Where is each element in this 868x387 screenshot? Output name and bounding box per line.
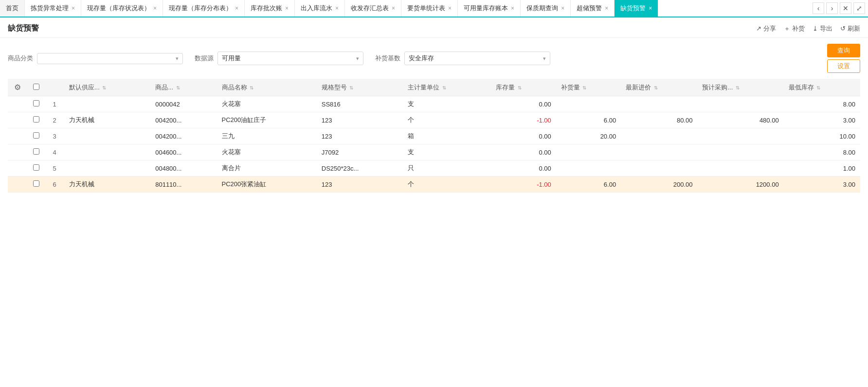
tab-collect-summary[interactable]: 收发存汇总表 × — [345, 0, 401, 17]
refresh-icon: ↺ — [840, 25, 846, 32]
close-icon[interactable]: × — [561, 5, 564, 12]
tab-shortage-warning[interactable]: 缺货预警 × — [615, 0, 658, 17]
row-unit: 只 — [403, 160, 491, 176]
close-icon[interactable]: × — [235, 5, 238, 12]
replenish-base-select[interactable]: 安全库存 ▾ — [404, 52, 550, 65]
column-settings-icon[interactable]: ⚙ — [14, 83, 21, 91]
close-icon[interactable]: × — [285, 5, 289, 12]
tab-scroll-right-btn[interactable]: › — [826, 2, 838, 14]
replenish-base-label: 补货基数 — [375, 54, 400, 63]
tab-overstock-warning[interactable]: 超储预警 × — [571, 0, 615, 17]
tab-label: 缺货预警 — [620, 4, 646, 13]
export-button[interactable]: ⤓ 导出 — [813, 24, 832, 33]
row-gear — [8, 96, 27, 112]
query-button[interactable]: 查询 — [827, 44, 860, 57]
datasource-select[interactable]: 可用量 ▾ — [217, 52, 363, 65]
row-min-stock: 3.00 — [784, 176, 860, 193]
category-filter-group: 商品分类 ▾ — [8, 53, 183, 64]
tab-scroll-left-btn[interactable]: ‹ — [813, 2, 824, 14]
row-checkbox[interactable] — [33, 164, 39, 171]
tab-available-ledger[interactable]: 可用量库存账本 × — [458, 0, 521, 17]
tab-expiry-query[interactable]: 保质期查询 × — [521, 0, 571, 17]
close-icon[interactable]: × — [392, 5, 395, 12]
spec-column-header[interactable]: 规格型号 ⇅ — [317, 79, 403, 96]
share-button[interactable]: ↗ 分享 — [756, 24, 776, 33]
row-estimated-purchase — [697, 160, 783, 176]
close-icon[interactable]: × — [448, 5, 452, 12]
row-checkbox[interactable] — [33, 132, 39, 139]
table-row: 4 004600... 火花塞 J7092 支 0.00 8.00 — [8, 144, 860, 160]
row-latest-price — [621, 144, 697, 160]
tab-close-all-btn[interactable]: ✕ — [840, 2, 851, 14]
refresh-button[interactable]: ↺ 刷新 — [840, 24, 860, 33]
product-name-column-header[interactable]: 商品名称 ⇅ — [217, 79, 317, 96]
sort-icon: ⇅ — [250, 85, 253, 90]
unit-column-header[interactable]: 主计量单位 ⇅ — [403, 79, 491, 96]
replenish-qty-column-header[interactable]: 补货量 ⇅ — [556, 79, 621, 96]
row-checkbox[interactable] — [33, 148, 39, 155]
row-product-name: PC200油缸庄子 — [217, 112, 317, 128]
row-no: 3 — [45, 128, 64, 144]
row-supplier — [64, 144, 150, 160]
row-gear — [8, 144, 27, 160]
tab-defect-handling[interactable]: 拣货异常处理 × — [25, 0, 81, 17]
sort-icon: ⇅ — [654, 85, 658, 90]
row-latest-price — [621, 160, 697, 176]
row-checkbox-cell — [27, 176, 45, 193]
table-row: 5 004800... 离合片 DS250*23c... 只 0.00 1.00 — [8, 160, 860, 176]
row-replenish-qty: 6.00 — [556, 176, 621, 193]
filter-row: 商品分类 ▾ 数据源 可用量 ▾ 补货基数 安全库存 ▾ 查询 设置 — [0, 38, 868, 79]
table-row: 6 力天机械 801110... PC200张紧油缸 123 个 -1.00 6… — [8, 176, 860, 193]
category-select[interactable]: ▾ — [37, 53, 183, 64]
row-stock-qty: 0.00 — [491, 96, 556, 112]
row-replenish-qty: 20.00 — [556, 128, 621, 144]
close-icon[interactable]: × — [72, 5, 75, 12]
row-spec: 123 — [317, 112, 403, 128]
row-supplier: 力天机械 — [64, 112, 150, 128]
row-checkbox[interactable] — [33, 100, 39, 106]
table-row: 1 0000042 火花塞 SS816 支 0.00 8.00 — [8, 96, 860, 112]
tab-inout-flow[interactable]: 出入库流水 × — [295, 0, 345, 17]
row-checkbox[interactable] — [33, 116, 39, 123]
product-code-column-header[interactable]: 商品... ⇅ — [150, 79, 217, 96]
sort-icon: ⇅ — [442, 85, 446, 90]
row-estimated-purchase: 480.00 — [697, 112, 783, 128]
replenish-button[interactable]: ＋ 补货 — [784, 24, 805, 33]
row-min-stock: 8.00 — [784, 144, 860, 160]
min-stock-column-header[interactable]: 最低库存 ⇅ — [784, 79, 860, 96]
stock-qty-column-header[interactable]: 库存量 ⇅ — [491, 79, 556, 96]
row-estimated-purchase: 1200.00 — [697, 176, 783, 193]
tab-home[interactable]: 首页 — [0, 0, 25, 17]
tab-label: 可用量库存账本 — [464, 4, 508, 13]
row-product-code: 004200... — [150, 128, 217, 144]
select-all-checkbox[interactable] — [33, 84, 39, 90]
tab-inventory-status[interactable]: 现存量（库存状况表） × — [81, 0, 163, 17]
row-checkbox-cell — [27, 96, 45, 112]
tab-expand-btn[interactable]: ⤢ — [853, 2, 865, 14]
row-no: 2 — [45, 112, 64, 128]
chevron-down-icon: ▾ — [176, 55, 179, 62]
latest-price-column-header[interactable]: 最新进价 ⇅ — [621, 79, 697, 96]
supplier-column-header[interactable]: 默认供应... ⇅ — [64, 79, 150, 96]
tab-nav-controls: ‹ › ✕ ⤢ — [810, 2, 868, 14]
estimated-purchase-column-header[interactable]: 预计采购... ⇅ — [697, 79, 783, 96]
row-unit: 支 — [403, 144, 491, 160]
row-spec: J7092 — [317, 144, 403, 160]
export-icon: ⤓ — [813, 25, 818, 32]
row-checkbox[interactable] — [33, 180, 39, 187]
tab-label: 要货单统计表 — [407, 4, 445, 13]
filter-actions: 查询 设置 — [827, 44, 860, 73]
tab-inventory-dist[interactable]: 现存量（库存分布表） × — [163, 0, 245, 17]
close-icon[interactable]: × — [649, 5, 652, 12]
close-icon[interactable]: × — [605, 5, 608, 12]
close-icon[interactable]: × — [511, 5, 514, 12]
tab-order-stats[interactable]: 要货单统计表 × — [401, 0, 458, 17]
settings-button[interactable]: 设置 — [827, 59, 860, 73]
row-min-stock: 3.00 — [784, 112, 860, 128]
close-icon[interactable]: × — [153, 5, 157, 12]
tab-batch-account[interactable]: 库存批次账 × — [245, 0, 295, 17]
row-checkbox-cell — [27, 144, 45, 160]
row-product-code: 004200... — [150, 112, 217, 128]
close-icon[interactable]: × — [335, 5, 339, 12]
row-supplier — [64, 96, 150, 112]
